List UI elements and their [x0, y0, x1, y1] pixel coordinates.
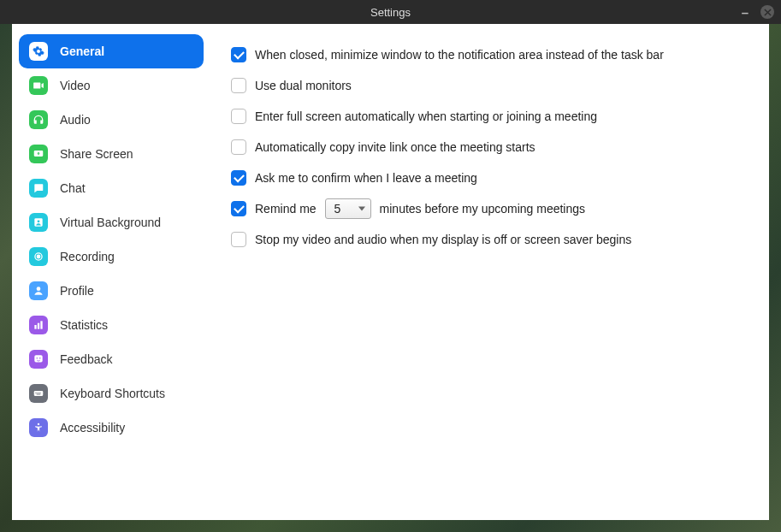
sidebar-item-label: Recording [60, 250, 115, 263]
sidebar-item-audio[interactable]: Audio [19, 103, 204, 137]
checkbox-stop-av-on-sleep[interactable] [231, 232, 246, 247]
video-icon [29, 76, 48, 95]
share-icon [29, 145, 48, 163]
sidebar: General Video Audio Share Screen Chat [12, 24, 210, 520]
setting-label: Stop my video and audio when my display … [255, 233, 631, 246]
window-controls: – [738, 0, 774, 24]
gear-icon [29, 42, 48, 61]
setting-remind-me: Remind me 5 minutes before my upcoming m… [231, 198, 748, 219]
sidebar-item-general[interactable]: General [19, 34, 204, 68]
setting-label: Automatically copy invite link once the … [255, 140, 535, 154]
sidebar-item-feedback[interactable]: Feedback [19, 342, 204, 376]
setting-label-suffix: minutes before my upcoming meetings [380, 202, 585, 216]
checkbox-fullscreen-on-join[interactable] [231, 109, 246, 124]
settings-content: When closed, minimize window to the noti… [210, 24, 769, 520]
svg-rect-6 [34, 325, 36, 329]
titlebar: Settings – [0, 0, 781, 24]
svg-rect-14 [38, 393, 38, 393]
setting-fullscreen-on-join: Enter full screen automatically when sta… [231, 106, 748, 127]
sidebar-item-label: Chat [60, 181, 86, 195]
setting-stop-av-on-sleep: Stop my video and audio when my display … [231, 229, 748, 250]
sidebar-item-label: Feedback [60, 352, 112, 366]
sidebar-item-label: Virtual Background [60, 216, 161, 229]
profile-icon [29, 281, 48, 300]
sidebar-item-label: Statistics [60, 318, 108, 332]
settings-window: General Video Audio Share Screen Chat [12, 24, 769, 520]
setting-label: When closed, minimize window to the noti… [255, 48, 664, 62]
sidebar-item-recording[interactable]: Recording [19, 239, 204, 274]
chat-icon [29, 179, 48, 198]
svg-point-10 [36, 358, 38, 359]
record-icon [29, 247, 48, 266]
stats-icon [29, 316, 48, 334]
window-title: Settings [370, 6, 411, 19]
accessibility-icon [29, 418, 48, 437]
setting-copy-invite-link: Automatically copy invite link once the … [231, 137, 748, 157]
svg-rect-13 [36, 393, 37, 393]
minimize-button[interactable]: – [738, 5, 752, 19]
remind-minutes-dropdown[interactable]: 5 [325, 198, 371, 219]
setting-label: Use dual monitors [255, 79, 352, 92]
checkbox-remind-me[interactable] [231, 201, 246, 216]
sidebar-item-label: Profile [60, 284, 94, 298]
svg-rect-15 [39, 393, 40, 393]
setting-label: Enter full screen automatically when sta… [255, 109, 597, 123]
sidebar-item-label: General [60, 44, 104, 58]
keyboard-icon [29, 384, 48, 403]
svg-point-11 [39, 358, 41, 359]
svg-rect-7 [38, 323, 39, 329]
sidebar-item-label: Accessibility [60, 421, 125, 434]
setting-dual-monitors: Use dual monitors [231, 75, 748, 96]
sidebar-item-label: Keyboard Shortcuts [60, 387, 165, 400]
svg-rect-8 [40, 321, 42, 328]
sidebar-item-statistics[interactable]: Statistics [19, 308, 204, 342]
svg-point-17 [38, 423, 39, 425]
sidebar-item-profile[interactable]: Profile [19, 274, 204, 308]
svg-rect-16 [37, 394, 41, 395]
dropdown-value: 5 [334, 202, 341, 216]
svg-point-5 [37, 287, 41, 291]
headphones-icon [29, 110, 48, 129]
sidebar-item-share-screen[interactable]: Share Screen [19, 137, 204, 171]
setting-label-prefix: Remind me [255, 202, 317, 216]
sidebar-item-label: Video [60, 79, 91, 92]
sidebar-item-virtual-background[interactable]: Virtual Background [19, 205, 204, 239]
checkbox-minimize-to-tray[interactable] [231, 47, 246, 62]
sidebar-item-chat[interactable]: Chat [19, 171, 204, 205]
setting-confirm-leave: Ask me to confirm when I leave a meeting [231, 168, 748, 188]
sidebar-item-keyboard-shortcuts[interactable]: Keyboard Shortcuts [19, 376, 204, 411]
setting-label: Ask me to confirm when I leave a meeting [255, 171, 477, 185]
sidebar-item-label: Audio [60, 113, 91, 127]
sidebar-item-label: Share Screen [60, 147, 133, 161]
checkbox-dual-monitors[interactable] [231, 78, 246, 93]
feedback-icon [29, 350, 48, 369]
checkbox-confirm-leave[interactable] [231, 170, 246, 186]
checkbox-copy-invite-link[interactable] [231, 139, 246, 155]
sidebar-item-accessibility[interactable]: Accessibility [19, 411, 204, 445]
svg-point-2 [38, 220, 40, 222]
background-icon [29, 213, 48, 232]
sidebar-item-video[interactable]: Video [19, 68, 204, 103]
close-button[interactable] [760, 5, 774, 19]
setting-minimize-to-tray: When closed, minimize window to the noti… [231, 44, 748, 65]
svg-point-4 [37, 255, 40, 258]
